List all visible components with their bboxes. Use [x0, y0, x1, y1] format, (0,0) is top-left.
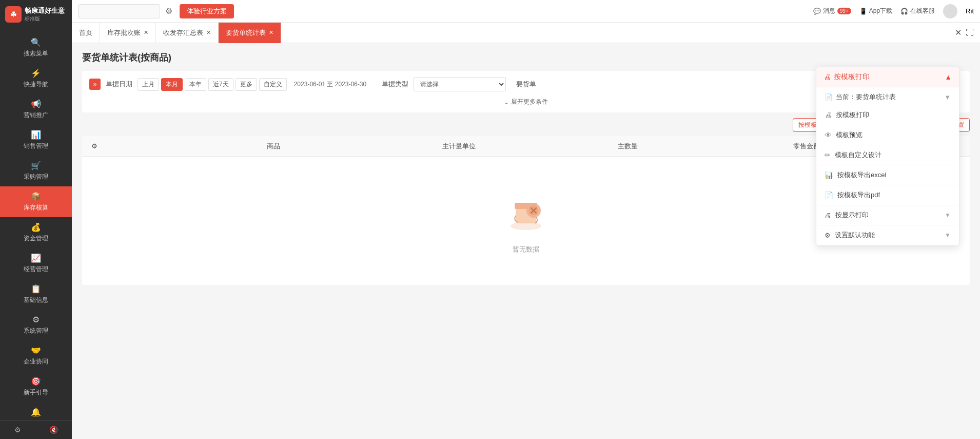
- app-logo-icon: ☘: [5, 6, 22, 23]
- sidebar-item-basic[interactable]: 📋基础信息: [0, 279, 72, 310]
- date-btn-本月[interactable]: 本月: [161, 78, 183, 91]
- sidebar-item-sales[interactable]: 📊销售管理: [0, 125, 72, 156]
- sidebar-item-label: 系统管理: [24, 327, 48, 335]
- default-fn-icon: ⚙: [825, 232, 831, 239]
- date-btn-本年[interactable]: 本年: [185, 78, 206, 91]
- sidebar-item-inventory[interactable]: 📦库存核算: [0, 186, 72, 217]
- tab-close-receivable-summary[interactable]: ✕: [206, 29, 211, 36]
- goods-label: 要货单: [516, 80, 536, 89]
- sidebar-nav: 🔍搜索菜单⚡快捷导航📢营销推广📊销售管理🛒采购管理📦库存核算💰资金管理📈经营管理…: [0, 29, 72, 420]
- display-print-label: 按显示打印: [835, 211, 869, 220]
- tab-label: 库存批次账: [107, 28, 141, 37]
- expand-btn[interactable]: ⛶: [966, 28, 974, 37]
- app-download-btn[interactable]: 📱 App下载: [859, 7, 892, 15]
- system-icon: ⚙: [32, 315, 40, 325]
- date-btn-上月[interactable]: 上月: [138, 78, 159, 91]
- sidebar-footer: ⚙🔇: [0, 420, 72, 439]
- date-btn-更多[interactable]: 更多: [236, 78, 257, 91]
- sales-icon: 📊: [31, 130, 41, 140]
- current-chevron: ▼: [944, 93, 951, 101]
- expand-more-btn[interactable]: ⌄ 展开更多条件: [504, 98, 548, 106]
- sidebar-item-operation[interactable]: 📈经营管理: [0, 248, 72, 279]
- sidebar-footer-settings[interactable]: ⚙: [14, 426, 21, 434]
- template-print-icon: 🖨: [825, 111, 832, 119]
- dropdown-title: 🖨 按模板打印: [824, 72, 870, 82]
- sidebar-item-appstore[interactable]: 🔔应用中心: [0, 402, 72, 420]
- sidebar-logo: ☘ 畅康通好生意 标准版: [0, 0, 72, 29]
- order-type-label: 单据类型: [382, 80, 408, 89]
- guide-icon: 🎯: [31, 376, 41, 386]
- close-all-btn[interactable]: ✕: [955, 28, 962, 37]
- sidebar-item-label: 搜索菜单: [24, 49, 48, 58]
- tab-order-stats[interactable]: 要货单统计表✕: [219, 23, 281, 43]
- finance-icon: 💰: [31, 222, 41, 232]
- empty-label: 暂无数据: [513, 245, 539, 254]
- topbar: ⚙ 体验行业方案 💬 消息 99+ 📱 App下载 🎧 在线客服 Rit: [72, 0, 980, 23]
- industry-btn[interactable]: 体验行业方案: [180, 4, 234, 18]
- sidebar-item-label: 库存核算: [24, 203, 48, 212]
- date-btn-近7天[interactable]: 近7天: [208, 78, 233, 91]
- avatar[interactable]: [943, 4, 957, 18]
- message-label: 消息: [823, 7, 835, 15]
- sidebar-footer-volume[interactable]: 🔇: [49, 426, 58, 434]
- gear-icon[interactable]: ⚙: [165, 6, 172, 16]
- dropdown-item-template-design[interactable]: ✏模板自定义设计: [816, 145, 959, 165]
- operation-icon: 📈: [31, 253, 41, 263]
- sidebar-item-search[interactable]: 🔍搜索菜单: [0, 32, 72, 63]
- filter-expand-icon[interactable]: »: [89, 79, 101, 90]
- current-label-group: 📄 当前：要货单统计表: [825, 92, 896, 102]
- sidebar-item-system[interactable]: ⚙系统管理: [0, 310, 72, 340]
- display-print-icon: 🖨: [825, 212, 831, 219]
- inventory-icon: 📦: [31, 192, 41, 201]
- sidebar-item-finance[interactable]: 💰资金管理: [0, 217, 72, 248]
- dropdown-item-template-pdf[interactable]: 📄按模板导出pdf: [816, 185, 959, 205]
- tab-close-order-stats[interactable]: ✕: [269, 29, 273, 36]
- dropdown-current-row: 📄 当前：要货单统计表 ▼: [816, 87, 959, 105]
- sidebar-item-guide[interactable]: 🎯新手引导: [0, 371, 72, 402]
- sidebar-item-purchase[interactable]: 🛒采购管理: [0, 156, 72, 186]
- app-name: 畅康通好生意: [25, 7, 65, 15]
- search-input[interactable]: [78, 4, 160, 18]
- sidebar-item-label: 采购管理: [24, 173, 48, 181]
- search-icon: 🔍: [31, 37, 41, 47]
- tab-close-inventory-batch[interactable]: ✕: [144, 29, 148, 36]
- default-fn-item[interactable]: ⚙ 设置默认功能 ▼: [816, 225, 959, 245]
- template-pdf-label: 按模板导出pdf: [837, 190, 880, 200]
- tabs-bar: 首页库存批次账✕收发存汇总表✕要货单统计表✕ ✕ ⛶: [72, 23, 980, 43]
- dropdown-item-template-print[interactable]: 🖨按模板打印: [816, 105, 959, 125]
- sidebar-item-label: 快捷导航: [24, 80, 48, 89]
- template-excel-icon: 📊: [825, 171, 833, 179]
- app-download-icon: 📱: [859, 8, 867, 15]
- template-design-icon: ✏: [825, 151, 831, 159]
- tab-receivable-summary[interactable]: 收发存汇总表✕: [156, 23, 219, 43]
- default-fn-chevron: ▼: [945, 232, 951, 239]
- message-badge: 99+: [837, 8, 851, 14]
- current-label: 当前：要货单统计表: [836, 92, 896, 102]
- dropdown-close-chevron[interactable]: ▲: [945, 73, 952, 81]
- message-btn[interactable]: 💬 消息 99+: [813, 7, 851, 15]
- tab-label: 首页: [79, 28, 92, 37]
- date-range: 2023-06-01 至 2023-06-30: [294, 80, 366, 89]
- th-quantity: 主数量: [614, 142, 789, 151]
- online-service-btn[interactable]: 🎧 在线客服: [900, 7, 935, 15]
- display-print-item[interactable]: 🖨 按显示打印 ▼: [816, 205, 959, 225]
- sidebar-item-shortcut[interactable]: ⚡快捷导航: [0, 63, 72, 94]
- shortcut-icon: ⚡: [31, 68, 41, 78]
- tab-label: 要货单统计表: [226, 28, 266, 37]
- date-label: 单据日期: [106, 80, 132, 89]
- tab-inventory-batch[interactable]: 库存批次账✕: [100, 23, 156, 43]
- expand-icon: ⌄: [504, 99, 509, 106]
- dropdown-item-template-excel[interactable]: 📊按模板导出excel: [816, 165, 959, 185]
- sidebar-item-marketing[interactable]: 📢营销推广: [0, 94, 72, 125]
- dropdown-item-template-preview[interactable]: 👁模板预览: [816, 125, 959, 145]
- order-type-select[interactable]: 请选择: [414, 77, 506, 91]
- sidebar-item-label: 基础信息: [24, 296, 48, 304]
- tab-home[interactable]: 首页: [72, 23, 100, 43]
- print-dropdown: 🖨 按模板打印 ▲ 📄 当前：要货单统计表 ▼ 🖨按模板打印👁模板预览✏模板自定…: [816, 67, 959, 246]
- date-btn-自定义[interactable]: 自定义: [259, 78, 287, 91]
- sidebar-item-label: 经营管理: [24, 265, 48, 274]
- sidebar-item-label: 企业协同: [24, 357, 48, 366]
- app-download-label: App下载: [869, 7, 892, 15]
- sidebar-item-collab[interactable]: 🤝企业协同: [0, 340, 72, 371]
- sidebar-item-label: 营销推广: [24, 111, 48, 120]
